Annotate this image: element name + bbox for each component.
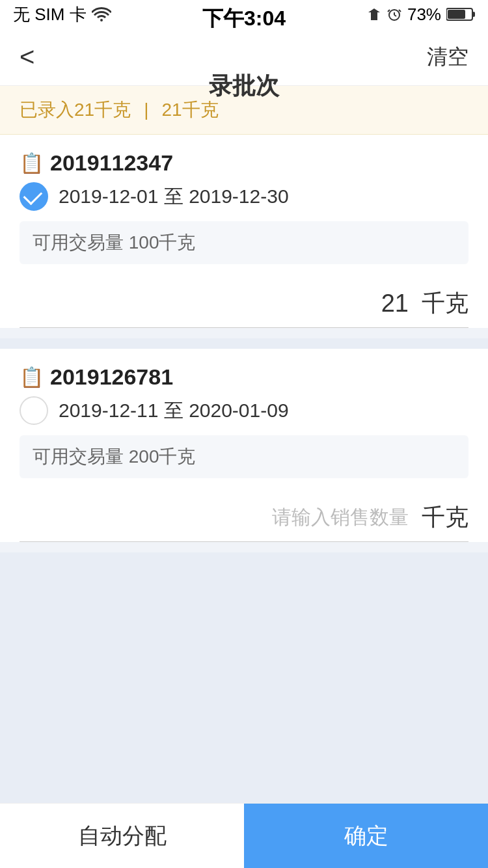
battery-text: 73% bbox=[407, 5, 441, 25]
batch-id-1: 2019112347 bbox=[50, 150, 173, 176]
batch-header-2: 📋 2019126781 bbox=[20, 364, 468, 390]
batch-item-2: 📋 2019126781 2019-12-11 至 2020-01-09 可用交… bbox=[0, 349, 488, 491]
status-bar: 无 SIM 卡 下午3:04 73% bbox=[0, 0, 488, 29]
clear-button[interactable]: 清空 bbox=[427, 43, 468, 72]
status-right: 73% bbox=[367, 5, 475, 25]
batch-id-2: 2019126781 bbox=[50, 364, 173, 390]
radio-checked-1[interactable] bbox=[20, 182, 48, 211]
svg-line-2 bbox=[394, 15, 396, 16]
avail-box-1: 可用交易量 100千克 bbox=[20, 221, 468, 264]
batch-date-1: 2019-12-01 至 2019-12-30 bbox=[59, 183, 289, 210]
batch-header-1: 📋 2019112347 bbox=[20, 150, 468, 176]
section-divider bbox=[0, 338, 488, 349]
qty-line-2 bbox=[20, 541, 468, 542]
qty-value-1: 21 bbox=[305, 290, 409, 318]
auto-distribute-button[interactable]: 自动分配 bbox=[0, 804, 244, 868]
carrier-text: 无 SIM 卡 bbox=[13, 3, 87, 26]
qty-inner-1: 21 千克 bbox=[0, 277, 488, 319]
qty-wrapper-2: 请输入销售数量 千克 bbox=[0, 491, 488, 542]
status-left: 无 SIM 卡 bbox=[13, 3, 111, 26]
radio-unchecked-2[interactable] bbox=[20, 396, 48, 425]
qty-line-1 bbox=[20, 327, 468, 328]
batch-item-1: 📋 2019112347 2019-12-01 至 2019-12-30 可用交… bbox=[0, 135, 488, 277]
batch-doc-icon-2: 📋 bbox=[20, 366, 44, 388]
alarm-icon bbox=[386, 7, 402, 22]
svg-rect-4 bbox=[472, 12, 475, 17]
info-divider: | bbox=[144, 100, 148, 120]
batch-date-row-1: 2019-12-01 至 2019-12-30 bbox=[20, 182, 468, 211]
batch-date-2: 2019-12-11 至 2020-01-09 bbox=[59, 398, 289, 424]
confirm-button[interactable]: 确定 bbox=[244, 804, 488, 868]
batch-section-1: 📋 2019112347 2019-12-01 至 2019-12-30 可用交… bbox=[0, 135, 488, 328]
batch-doc-icon-1: 📋 bbox=[20, 152, 44, 174]
location-icon bbox=[367, 7, 381, 21]
back-button[interactable]: < bbox=[20, 42, 59, 72]
qty-unit-1: 千克 bbox=[422, 288, 468, 319]
battery-icon bbox=[446, 7, 475, 21]
recorded-label: 已录入21千克 bbox=[20, 98, 131, 122]
batch-section-2: 📋 2019126781 2019-12-11 至 2020-01-09 可用交… bbox=[0, 349, 488, 542]
content-scroll: 📋 2019112347 2019-12-01 至 2019-12-30 可用交… bbox=[0, 135, 488, 868]
qty-unit-2: 千克 bbox=[422, 502, 468, 534]
qty-inner-2: 请输入销售数量 千克 bbox=[0, 491, 488, 534]
page-title: 录批次 bbox=[209, 57, 279, 115]
svg-rect-5 bbox=[448, 10, 465, 19]
wifi-icon bbox=[92, 7, 111, 21]
batch-date-row-2: 2019-12-11 至 2020-01-09 bbox=[20, 396, 468, 425]
qty-placeholder-2[interactable]: 请输入销售数量 bbox=[272, 504, 409, 531]
qty-wrapper-1: 21 千克 bbox=[0, 277, 488, 328]
avail-box-2: 可用交易量 200千克 bbox=[20, 435, 468, 478]
bottom-bar: 自动分配 确定 bbox=[0, 803, 488, 868]
nav-bar: < 录批次 清空 bbox=[0, 29, 488, 86]
